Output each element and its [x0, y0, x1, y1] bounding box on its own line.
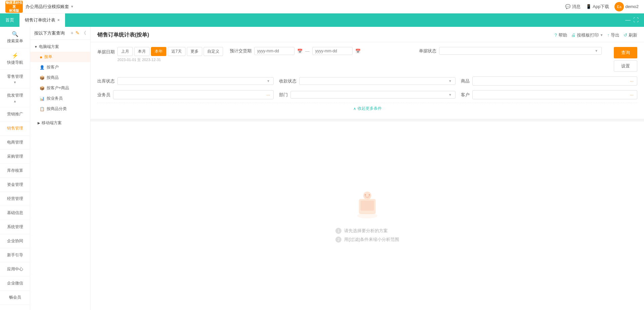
date-btn-more[interactable]: 更多	[187, 47, 202, 56]
sales-person-ellipsis-icon[interactable]: ···	[266, 92, 270, 97]
outbound-dropdown-icon: ▼	[267, 79, 270, 83]
sidebar-retail-label: 零售管理	[7, 74, 23, 80]
print-dropdown-icon: ▼	[600, 33, 603, 37]
scheme-by-sp-label: 按业务员	[47, 96, 63, 101]
customer-label: 客户	[461, 92, 470, 98]
filter-row2: 出库状态 ▼ 收款状态 ▼	[97, 76, 637, 86]
settings-button[interactable]: 设置	[614, 60, 637, 72]
sidebar-item-search[interactable]: 🔍 搜索菜单	[0, 27, 30, 48]
date-dash: —	[305, 49, 310, 54]
customer-ellipsis-icon[interactable]: ···	[630, 92, 634, 97]
tab-minimize-icon[interactable]: —	[625, 17, 631, 23]
sidebar-item-system[interactable]: 系统管理	[0, 220, 30, 234]
date-btn-7days[interactable]: 近7天	[168, 47, 185, 56]
sidebar-item-member[interactable]: 畅会员	[0, 291, 30, 305]
sidebar-sales-label: 销售管理	[7, 125, 23, 131]
query-button[interactable]: 查询	[614, 47, 637, 58]
sidebar-item-finance[interactable]: 资金管理	[0, 178, 30, 192]
scheme-item-by-salesperson[interactable]: 📊 按业务员	[30, 93, 90, 104]
sidebar-ecommerce-label: 电商管理	[7, 140, 23, 145]
tab-maximize-icon[interactable]: ⛶	[633, 17, 639, 23]
receipt-status-label: 收款状态	[279, 78, 297, 84]
tab-sales-order[interactable]: 销售订单统计表 ×	[19, 13, 65, 27]
user-profile[interactable]: Ea demo2	[614, 2, 639, 11]
scheme-item-by-category[interactable]: 📋 按商品分类	[30, 104, 90, 114]
calendar-icon-start: 📅	[297, 49, 303, 54]
tip-num-1: 1	[335, 228, 341, 234]
receipt-status-select[interactable]: ▼	[299, 77, 455, 85]
scheme-item-by-customer-goods[interactable]: 📦 按客户+商品	[30, 83, 90, 93]
top-bar-left: 畅捷通好生意标准版 办公用品行业模拟账套 ▼	[5, 1, 74, 13]
sidebar-item-operation[interactable]: 经营管理	[0, 192, 30, 206]
scheme-edit-button[interactable]: ✎	[75, 30, 79, 36]
page-header: 销售订单统计表(按单) ? 帮助 🖨 按模板打印 ▼ ↑ 导出	[91, 27, 644, 42]
scheme-by-sp-icon: 📊	[40, 96, 45, 101]
scheme-item-by-goods[interactable]: 📦 按商品	[30, 72, 90, 83]
expected-date-end-input[interactable]	[312, 47, 353, 55]
scheme-panel-actions: + ✎ 《	[71, 30, 86, 36]
scheme-group-pc-header[interactable]: ▼ 电脑端方案	[30, 42, 90, 52]
date-btn-last-month[interactable]: 上月	[117, 47, 133, 56]
department-select[interactable]: ▼	[290, 91, 455, 99]
sidebar-basic-label: 基础信息	[7, 210, 23, 216]
scheme-collapse-button[interactable]: 《	[82, 30, 86, 36]
sidebar-finance-label: 资金管理	[7, 182, 23, 188]
sidebar-item-retail[interactable]: 零售管理 ▼	[0, 70, 30, 89]
sidebar-item-basic[interactable]: 基础信息	[0, 206, 30, 220]
date-btn-this-year[interactable]: 本年	[151, 47, 166, 56]
workspace-selector[interactable]: 办公用品行业模拟账套 ▼	[25, 4, 74, 10]
empty-tip-1: 1 请先选择要分析的方案	[335, 228, 399, 234]
sidebar-item-purchase[interactable]: 采购管理	[0, 150, 30, 164]
customer-input[interactable]: ···	[472, 90, 637, 99]
single-date-label: 单据日期	[97, 47, 115, 57]
sales-person-input[interactable]: ···	[113, 90, 274, 99]
top-bar-right: 💬 消息 📱 App下载 Ea demo2	[565, 2, 639, 11]
scheme-add-button[interactable]: +	[71, 30, 73, 36]
sidebar-member-label: 畅会员	[9, 295, 21, 300]
action-buttons: 查询 设置	[608, 47, 637, 72]
message-button[interactable]: 💬 消息	[565, 4, 581, 10]
empty-tip-2: 2 用[过滤]条件来缩小分析范围	[335, 237, 399, 243]
svg-point-5	[369, 194, 370, 196]
app-download-button[interactable]: 📱 App下载	[586, 4, 609, 10]
main-content: 销售订单统计表(按单) ? 帮助 🖨 按模板打印 ▼ ↑ 导出	[91, 27, 644, 310]
tip-text-2: 用[过滤]条件来缩小分析范围	[344, 237, 399, 243]
goods-input[interactable]: ···	[472, 76, 637, 86]
scheme-item-by-order[interactable]: ● 按单	[30, 52, 90, 62]
template-print-button[interactable]: 🖨 按模板打印 ▼	[571, 32, 603, 38]
sidebar-search-label: 搜索菜单	[7, 38, 23, 44]
sidebar-item-ecommerce[interactable]: 电商管理	[0, 136, 30, 150]
logo: 畅捷通好生意标准版	[5, 1, 23, 13]
sidebar-item-sales[interactable]: 销售管理	[0, 121, 30, 136]
scheme-item-by-customer[interactable]: 👤 按客户	[30, 62, 90, 72]
sidebar-item-wechat[interactable]: 企业微信	[0, 276, 30, 291]
scheme-group-mobile-header[interactable]: ▶ 移动端方案	[30, 118, 90, 128]
sidebar-operation-label: 经营管理	[7, 196, 23, 202]
outbound-status-select[interactable]: ▼	[117, 77, 274, 85]
sidebar-item-guide[interactable]: 新手引导	[0, 248, 30, 262]
date-btn-this-month[interactable]: 本月	[134, 47, 150, 56]
sidebar-item-wholesale[interactable]: 批发管理 ▲	[0, 89, 30, 107]
sidebar-item-apps[interactable]: 应用中心	[0, 262, 30, 276]
refresh-label: 刷新	[629, 32, 637, 38]
export-button[interactable]: ↑ 导出	[607, 32, 620, 38]
collapse-filter-button[interactable]: ∧ 收起更多条件	[97, 103, 637, 114]
retail-arrow-icon: ▼	[13, 81, 17, 84]
sidebar-marketing-label: 营销推广	[7, 111, 23, 117]
goods-ellipsis-icon[interactable]: ···	[630, 79, 634, 84]
sidebar-item-collab[interactable]: 企业协同	[0, 234, 30, 248]
sidebar-item-marketing[interactable]: 营销推广	[0, 107, 30, 121]
sidebar-purchase-label: 采购管理	[7, 154, 23, 159]
scheme-group-pc-arrow: ▼	[34, 45, 38, 49]
sidebar-item-inventory[interactable]: 库存核算	[0, 164, 30, 178]
date-btn-custom[interactable]: 自定义	[204, 47, 223, 56]
expected-date-start-input[interactable]	[254, 47, 294, 55]
tab-close-icon[interactable]: ×	[57, 18, 60, 22]
single-status-select[interactable]: ▼	[439, 47, 602, 55]
collapse-arrow-icon: ∧	[353, 106, 356, 111]
help-button[interactable]: ? 帮助	[554, 32, 567, 38]
refresh-button[interactable]: ↺ 刷新	[624, 32, 637, 38]
tab-home[interactable]: 首页	[0, 13, 19, 27]
sidebar-item-quicknav[interactable]: ⚡ 快捷导航	[0, 48, 30, 70]
tab-bar: 首页 销售订单统计表 × — ⛶	[0, 13, 644, 27]
